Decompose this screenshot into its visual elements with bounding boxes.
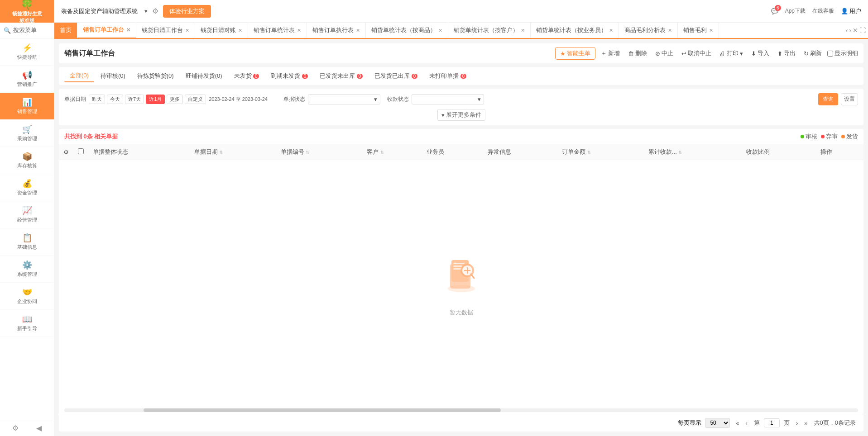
print-button[interactable]: 🖨 打印 ▾ bbox=[717, 47, 746, 59]
date-btn-1month[interactable]: 近1月 bbox=[146, 95, 165, 104]
sidebar-item-marketing[interactable]: 📢 营销推广 bbox=[0, 66, 54, 93]
sidebar-item-sales[interactable]: 📊 销售管理 bbox=[0, 93, 54, 120]
sidebar-item-inventory[interactable]: 📦 库存核算 bbox=[0, 147, 54, 174]
export-button[interactable]: ⬆ 导出 bbox=[775, 47, 798, 59]
app-download-link[interactable]: App下载 bbox=[785, 7, 806, 15]
subtab-expired[interactable]: 到期未发货 0 bbox=[265, 70, 313, 82]
subtab-pending-inspect[interactable]: 待拣货验货(0) bbox=[132, 70, 179, 82]
tab-sales-stats-close[interactable]: ✕ bbox=[297, 28, 301, 33]
col-collected[interactable]: 累计收款... ⇅ bbox=[644, 144, 742, 160]
tab-summary-product[interactable]: 销货单统计表（按商品） ✕ bbox=[366, 23, 448, 38]
delete-button[interactable]: 🗑 删除 bbox=[625, 47, 650, 59]
ship-action-button[interactable]: 发货 bbox=[841, 133, 858, 141]
page-number-input[interactable] bbox=[764, 418, 780, 427]
sidebar-item-base[interactable]: 📋 基础信息 bbox=[0, 228, 54, 256]
sidebar-item-operation[interactable]: 📈 经营管理 bbox=[0, 201, 54, 228]
col-staff[interactable]: 业务员 bbox=[422, 144, 483, 160]
subtab-not-printed[interactable]: 未打印单据 0 bbox=[424, 70, 472, 82]
refresh-button[interactable]: ↻ 刷新 bbox=[801, 47, 825, 59]
tab-maximize-icon[interactable]: ⛶ bbox=[859, 27, 866, 34]
tab-summary-customer-close[interactable]: ✕ bbox=[521, 28, 525, 33]
tab-sales-stats[interactable]: 销售订单统计表 ✕ bbox=[248, 23, 307, 38]
col-amount[interactable]: 订单金额 ⇅ bbox=[557, 144, 644, 160]
cancel-review-action-button[interactable]: 弃审 bbox=[821, 133, 838, 141]
date-btn-custom[interactable]: 自定义 bbox=[185, 95, 206, 104]
tab-home[interactable]: 首页 bbox=[54, 23, 77, 38]
tab-summary-customer[interactable]: 销货单统计表（按客户） ✕ bbox=[448, 23, 531, 38]
review-action-button[interactable]: 审核 bbox=[801, 133, 817, 141]
subtab-shipped-not-out[interactable]: 已发货未出库 0 bbox=[314, 70, 368, 82]
tab-sales-exec[interactable]: 销售订单执行表 ✕ bbox=[307, 23, 366, 38]
stop-button[interactable]: ⊘ 中止 bbox=[652, 47, 676, 59]
settings-gear-icon[interactable]: ⚙ bbox=[12, 424, 19, 432]
subtab-pending-review[interactable]: 待审核(0) bbox=[95, 70, 131, 82]
show-detail-input[interactable] bbox=[827, 51, 833, 57]
sidebar-item-guide[interactable]: 📖 新手引导 bbox=[0, 310, 54, 337]
filter-status-select[interactable]: ▾ bbox=[308, 94, 380, 104]
subtab-all[interactable]: 全部(0) bbox=[64, 70, 94, 82]
add-button[interactable]: ＋ 新增 bbox=[598, 47, 623, 59]
sidebar-search[interactable]: 🔍 搜索菜单 bbox=[0, 23, 54, 38]
col-checkbox[interactable] bbox=[73, 144, 88, 160]
cancel-stop-button[interactable]: ↩ 取消中止 bbox=[679, 47, 714, 59]
tab-cash-daily[interactable]: 钱货日清工作台 ✕ bbox=[136, 23, 195, 38]
tab-sales-exec-close[interactable]: ✕ bbox=[356, 28, 360, 33]
col-status[interactable]: 单据整体状态 bbox=[88, 144, 190, 160]
page-size-select[interactable]: 50 10 20 100 bbox=[705, 418, 730, 428]
date-btn-7days[interactable]: 近7天 bbox=[125, 95, 144, 104]
tab-sales-workbench[interactable]: 销售订单工作台 ✕ bbox=[77, 23, 136, 38]
import-button[interactable]: ⬇ 导入 bbox=[748, 47, 772, 59]
sidebar-item-system[interactable]: ⚙️ 系统管理 bbox=[0, 256, 54, 283]
tab-gross-profit[interactable]: 商品毛利分析表 ✕ bbox=[619, 23, 678, 38]
filter-payment-select[interactable]: ▾ bbox=[412, 94, 484, 104]
sidebar-item-finance[interactable]: 💰 资金管理 bbox=[0, 174, 54, 201]
collapse-icon[interactable]: ◀ bbox=[36, 424, 42, 432]
last-page-button[interactable]: » bbox=[802, 419, 810, 427]
sidebar-item-cooperation[interactable]: 🤝 企业协同 bbox=[0, 283, 54, 310]
smart-create-button[interactable]: ★ 智能生单 bbox=[555, 47, 595, 60]
subtab-shipped-out[interactable]: 已发货已出库 0 bbox=[369, 70, 423, 82]
online-service-link[interactable]: 在线客服 bbox=[812, 7, 834, 15]
tab-cash-reconcile[interactable]: 钱货日清对账 ✕ bbox=[195, 23, 248, 38]
sidebar-item-purchase[interactable]: 🛒 采购管理 bbox=[0, 120, 54, 147]
tab-cash-daily-close[interactable]: ✕ bbox=[185, 28, 189, 33]
col-settings[interactable]: ⚙ bbox=[59, 144, 73, 160]
industry-solution-button[interactable]: 体验行业方案 bbox=[163, 5, 211, 18]
date-btn-today[interactable]: 今天 bbox=[107, 95, 123, 104]
subtab-wangpu[interactable]: 旺铺待发货(0) bbox=[180, 70, 228, 82]
horizontal-scrollbar[interactable] bbox=[64, 408, 858, 412]
scrollbar-thumb[interactable] bbox=[144, 408, 501, 412]
col-abnormal[interactable]: 异常信息 bbox=[483, 144, 557, 160]
sidebar-item-quick-nav[interactable]: ⚡ 快捷导航 bbox=[0, 38, 54, 66]
user-menu[interactable]: 👤 用户 bbox=[841, 7, 861, 15]
settings-icon[interactable]: ⚙ bbox=[152, 7, 158, 15]
tab-sales-profit-close[interactable]: ✕ bbox=[709, 28, 713, 33]
tab-gross-profit-close[interactable]: ✕ bbox=[668, 28, 672, 33]
tab-scroll-right-icon[interactable]: › bbox=[849, 27, 851, 34]
select-all-checkbox[interactable] bbox=[78, 148, 84, 154]
tab-summary-staff-close[interactable]: ✕ bbox=[609, 28, 613, 33]
query-button[interactable]: 查询 bbox=[818, 93, 838, 105]
col-number[interactable]: 单据编号 ⇅ bbox=[276, 144, 363, 160]
date-btn-more[interactable]: 更多 bbox=[167, 95, 183, 104]
col-date[interactable]: 单据日期 ⇅ bbox=[190, 144, 276, 160]
col-customer[interactable]: 客户 ⇅ bbox=[362, 144, 422, 160]
system-dropdown[interactable]: ▾ bbox=[144, 8, 148, 14]
col-ratio[interactable]: 收款比例 bbox=[742, 144, 816, 160]
show-detail-checkbox[interactable]: 显示明细 bbox=[827, 49, 858, 57]
tab-close-all-icon[interactable]: ✕ bbox=[853, 27, 858, 34]
message-icon[interactable]: 💬 6 bbox=[771, 8, 778, 14]
tab-sales-workbench-close[interactable]: ✕ bbox=[126, 27, 130, 33]
prev-page-button[interactable]: ‹ bbox=[743, 419, 750, 427]
expand-filter-button[interactable]: ▾ 展开更多条件 bbox=[437, 109, 485, 121]
tab-cash-reconcile-close[interactable]: ✕ bbox=[238, 28, 242, 33]
tab-summary-staff[interactable]: 销货单统计表（按业务员） ✕ bbox=[531, 23, 619, 38]
tab-sales-profit[interactable]: 销售毛利 ✕ bbox=[678, 23, 719, 38]
settings-filter-button[interactable]: 设置 bbox=[841, 93, 858, 105]
date-btn-yesterday[interactable]: 昨天 bbox=[89, 95, 105, 104]
tab-scroll-left-icon[interactable]: ‹ bbox=[846, 27, 848, 34]
first-page-button[interactable]: « bbox=[734, 419, 741, 427]
tab-summary-product-close[interactable]: ✕ bbox=[438, 28, 442, 33]
subtab-not-shipped[interactable]: 未发货 0 bbox=[229, 70, 265, 82]
next-page-button[interactable]: › bbox=[794, 419, 800, 427]
